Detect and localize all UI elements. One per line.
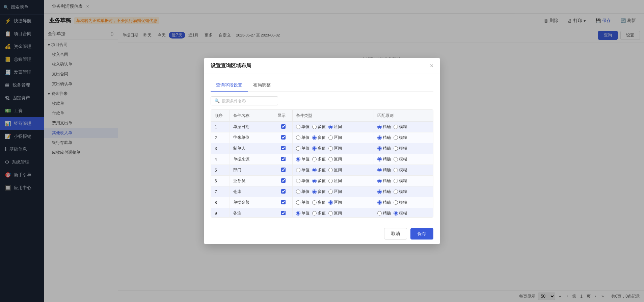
type-range-radio[interactable]: 区间 [328,156,342,162]
match-exact-radio[interactable]: 精确 [377,210,391,216]
show-checkbox[interactable] [281,189,286,194]
match-exact-radio[interactable]: 精确 [377,146,391,151]
cell-match: 精确 模糊 [374,208,433,218]
match-exact-radio[interactable]: 精确 [377,156,391,162]
cell-type: 单值 多值 区间 [292,208,374,218]
type-range-radio[interactable]: 区间 [328,135,342,141]
type-single-radio[interactable]: 单值 [296,146,310,151]
match-fuzzy-radio[interactable]: 模糊 [394,146,407,151]
search-box: 🔍 [211,96,278,105]
match-fuzzy-radio[interactable]: 模糊 [394,189,407,195]
match-exact-radio[interactable]: 精确 [377,178,391,184]
show-checkbox[interactable] [281,124,286,129]
type-range-radio[interactable]: 区间 [328,200,342,205]
cell-order: 2 [211,132,230,143]
dialog-save-button[interactable]: 保存 [410,228,433,240]
match-fuzzy-radio[interactable]: 模糊 [394,210,407,216]
table-row: 8 单据金额 单值 多值 区间 精确 [211,197,433,208]
config-table-header: 顺序 条件名称 显示 条件类型 匹配原则 [211,110,433,122]
col-name: 条件名称 [230,110,274,122]
col-show: 显示 [274,110,293,122]
match-fuzzy-radio[interactable]: 模糊 [394,200,407,205]
col-type: 条件类型 [292,110,374,122]
cell-order: 4 [211,154,230,165]
show-checkbox[interactable] [281,135,286,140]
match-exact-radio[interactable]: 精确 [377,124,391,130]
type-single-radio[interactable]: 单值 [296,124,310,130]
dialog: 设置查询区域布局 × 查询字段设置 布局调整 🔍 [204,58,440,244]
cell-order: 1 [211,122,230,132]
cell-name: 往来单位 [230,132,274,143]
show-checkbox[interactable] [281,168,286,172]
match-exact-radio[interactable]: 精确 [377,167,391,173]
cell-show[interactable] [274,143,293,154]
cell-type: 单值 多值 区间 [292,143,374,154]
cell-show[interactable] [274,197,293,208]
tab-layout[interactable]: 布局调整 [248,79,276,92]
type-single-radio[interactable]: 单值 [296,200,310,205]
type-single-radio[interactable]: 单值 [296,189,310,195]
type-multi-radio[interactable]: 多值 [312,156,326,162]
cell-match: 精确 模糊 [374,176,433,186]
search-input[interactable] [222,99,269,103]
dialog-close-button[interactable]: × [430,63,433,69]
type-range-radio[interactable]: 区间 [328,146,342,151]
type-multi-radio[interactable]: 多值 [312,124,326,130]
show-checkbox[interactable] [281,157,286,161]
table-row: 2 往来单位 单值 多值 区间 精确 [211,132,433,143]
type-range-radio[interactable]: 区间 [328,167,342,173]
cell-show[interactable] [274,165,293,176]
match-fuzzy-radio[interactable]: 模糊 [394,135,407,141]
cell-type: 单值 多值 区间 [292,165,374,176]
cell-type: 单值 多值 区间 [292,132,374,143]
type-single-radio[interactable]: 单值 [296,178,310,184]
cell-show[interactable] [274,186,293,197]
dialog-footer: 取消 保存 [204,223,440,244]
type-multi-radio[interactable]: 多值 [312,146,326,151]
type-single-radio[interactable]: 单值 [296,135,310,141]
type-range-radio[interactable]: 区间 [328,189,342,195]
match-exact-radio[interactable]: 精确 [377,135,391,141]
cell-match: 精确 模糊 [374,165,433,176]
type-range-radio[interactable]: 区间 [328,210,342,216]
type-multi-radio[interactable]: 多值 [312,189,326,195]
match-exact-radio[interactable]: 精确 [377,189,391,195]
cell-name: 备注 [230,208,274,218]
cell-name: 单据金额 [230,197,274,208]
cell-order: 8 [211,197,230,208]
cell-show[interactable] [274,208,293,218]
show-checkbox[interactable] [281,211,286,215]
type-single-radio[interactable]: 单值 [296,167,310,173]
match-fuzzy-radio[interactable]: 模糊 [394,156,407,162]
cancel-button[interactable]: 取消 [384,228,407,240]
type-multi-radio[interactable]: 多值 [312,210,326,216]
cell-show[interactable] [274,122,293,132]
type-single-radio[interactable]: 单值 [296,156,310,162]
cell-name: 单据来源 [230,154,274,165]
match-fuzzy-radio[interactable]: 模糊 [394,124,407,130]
table-row: 9 备注 单值 多值 区间 精确 [211,208,433,218]
type-range-radio[interactable]: 区间 [328,124,342,130]
cell-show[interactable] [274,176,293,186]
cell-show[interactable] [274,154,293,165]
match-fuzzy-radio[interactable]: 模糊 [394,178,407,184]
cell-show[interactable] [274,132,293,143]
type-multi-radio[interactable]: 多值 [312,135,326,141]
cell-match: 精确 模糊 [374,154,433,165]
cell-name: 仓库 [230,186,274,197]
show-checkbox[interactable] [281,200,286,204]
type-multi-radio[interactable]: 多值 [312,200,326,205]
tab-query-fields[interactable]: 查询字段设置 [211,79,248,92]
show-checkbox[interactable] [281,178,286,183]
table-row: 5 部门 单值 多值 区间 精确 [211,165,433,176]
cell-match: 精确 模糊 [374,122,433,132]
cell-name: 制单人 [230,143,274,154]
type-multi-radio[interactable]: 多值 [312,167,326,173]
table-row: 7 仓库 单值 多值 区间 精确 [211,186,433,197]
show-checkbox[interactable] [281,146,286,150]
type-single-radio[interactable]: 单值 [296,210,310,216]
type-range-radio[interactable]: 区间 [328,178,342,184]
type-multi-radio[interactable]: 多值 [312,178,326,184]
match-fuzzy-radio[interactable]: 模糊 [394,167,407,173]
match-exact-radio[interactable]: 精确 [377,200,391,205]
